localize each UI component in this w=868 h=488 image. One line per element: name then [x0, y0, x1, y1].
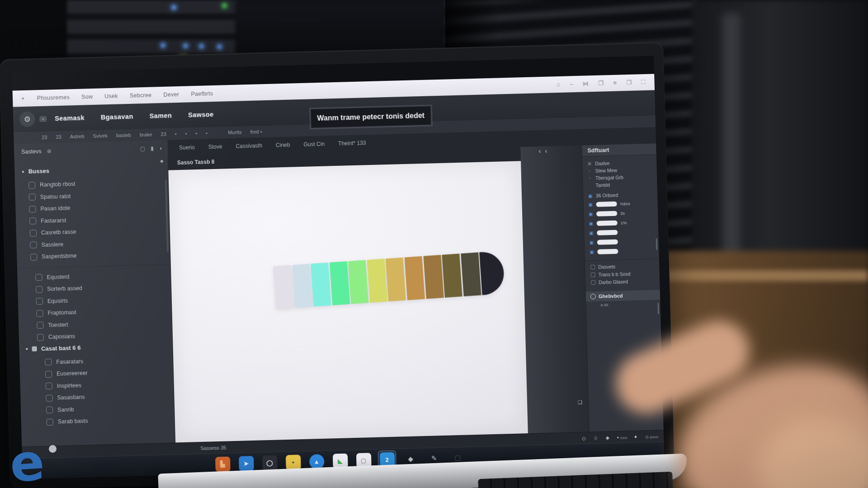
window-control-icon[interactable]: ❒ — [626, 79, 632, 86]
color-swatch[interactable] — [311, 263, 331, 306]
status-icon[interactable]: ♧ — [594, 435, 599, 441]
status-icon[interactable]: ◈ — [605, 435, 611, 441]
window-control-icon[interactable]: ⌂ — [557, 81, 561, 88]
layer-checkbox-icon[interactable] — [47, 418, 53, 425]
toolbar-item[interactable]: 23 — [56, 134, 61, 140]
toolbar-item[interactable]: • — [206, 130, 208, 136]
layer-checkbox-icon[interactable] — [29, 194, 36, 201]
color-swatch[interactable] — [404, 256, 425, 300]
document-tab[interactable]: Cineb — [270, 138, 296, 151]
toolbar-item[interactable]: 23 — [42, 135, 47, 140]
layer-checkbox-icon[interactable] — [36, 310, 43, 317]
toolbar-item[interactable]: Murtts — [228, 129, 242, 135]
layer-checkbox-icon[interactable] — [46, 407, 53, 413]
toolbar-item[interactable]: Svivek — [93, 133, 108, 139]
layer-thumbnail — [597, 249, 618, 254]
status-icon[interactable]: ⌂ tplsbst — [646, 433, 659, 439]
window-control-icon[interactable]: ≡ — [613, 80, 617, 87]
document-tab[interactable]: Stove — [202, 140, 228, 153]
inspector-scrollbar[interactable] — [656, 238, 658, 250]
layer-checkbox-icon[interactable] — [46, 394, 52, 401]
toolbar-item[interactable]: • — [175, 131, 177, 136]
color-swatch[interactable] — [273, 265, 293, 309]
document-tab[interactable]: Cassivasth — [230, 139, 268, 153]
layer-checkbox-icon[interactable] — [45, 359, 52, 366]
toolbar-item[interactable]: 23 — [160, 131, 166, 137]
window-control-icon[interactable]: ⋈ — [583, 80, 589, 87]
layer-checkbox-icon[interactable] — [30, 230, 37, 236]
menu-item[interactable]: Usek — [104, 93, 118, 100]
layer-checkbox-icon[interactable] — [35, 274, 42, 281]
window-control-icon[interactable]: ❐ — [598, 80, 604, 87]
document-tab[interactable]: Suerio — [173, 141, 201, 155]
color-swatch[interactable] — [461, 252, 481, 296]
property-row[interactable]: Darbo Glased — [585, 277, 660, 286]
layer-checkbox-icon[interactable] — [37, 334, 44, 341]
color-swatch[interactable] — [292, 264, 312, 308]
toolbar-item[interactable]: basteb — [116, 132, 131, 138]
color-swatch[interactable] — [348, 260, 368, 304]
document-tab[interactable]: Gust Cin — [297, 137, 330, 151]
panel-bar-icon[interactable]: ▮ — [151, 145, 154, 152]
group3-title-text: Casat bast 6 6 — [41, 344, 81, 352]
inspector-props: Dasvets Trans b b Sosd Darbo Glased — [585, 261, 660, 286]
back-chevron-icon[interactable]: ‹ — [545, 147, 547, 155]
layer-checkbox-icon[interactable] — [46, 383, 52, 389]
ribbon-menu-item[interactable]: Bgasavan — [101, 113, 133, 121]
layer-checkbox-icon[interactable] — [37, 322, 43, 328]
tree-label: Daslve — [595, 160, 609, 166]
panel-half-icon[interactable]: ◖ — [159, 145, 163, 151]
color-swatch[interactable] — [386, 258, 406, 301]
menu-item[interactable]: Paefbrts — [191, 90, 213, 97]
laptop-screen: ✦ PhsusremesSowUsekSebcreeDeverPaefbrts … — [12, 56, 665, 479]
layer-checkbox-icon[interactable] — [36, 298, 43, 305]
layer-checkbox-icon[interactable] — [30, 242, 37, 249]
brand-logo-letter: e — [9, 439, 66, 486]
inspector-scrollbar[interactable] — [657, 302, 659, 314]
layer-checkbox-icon[interactable] — [28, 182, 35, 188]
blue-cursor-app-icon[interactable]: ➤ — [237, 455, 255, 472]
window-control-icon[interactable]: – — [570, 80, 573, 88]
window-control-icon[interactable]: ⛶ — [641, 79, 646, 86]
status-icon[interactable]: ▪ bsbst — [617, 434, 627, 440]
toolbar-item[interactable]: Astreb — [70, 134, 85, 140]
layer-checkbox-icon[interactable] — [29, 218, 36, 225]
canvas-corner-icon[interactable]: ❏ — [578, 399, 582, 405]
color-swatch[interactable] — [330, 261, 350, 305]
layer-checkbox-icon[interactable] — [45, 371, 52, 377]
color-swatch[interactable] — [423, 255, 443, 299]
toolbar-item[interactable]: • — [195, 131, 197, 136]
toolbar-item[interactable]: • — [185, 131, 187, 136]
back-chevron-icon[interactable]: ‹ — [538, 147, 541, 155]
rack-led-light — [199, 44, 203, 48]
orange-app-icon[interactable]: ▙ — [214, 455, 231, 473]
layer-pill-row[interactable]: ▣ — [585, 245, 659, 257]
status-icon[interactable]: ✦ — [633, 434, 639, 440]
menu-item[interactable]: Sebcree — [130, 92, 152, 99]
add-icon[interactable]: ⊕ — [47, 148, 51, 154]
ribbon-menu-item[interactable]: Seamask — [55, 114, 85, 122]
color-swatch[interactable] — [442, 253, 462, 297]
toolbar-item[interactable]: fred • — [250, 129, 262, 135]
menu-item[interactable]: Sow — [81, 94, 93, 100]
gear-icon[interactable]: ⚙ — [19, 111, 35, 127]
layer-checkbox-icon[interactable] — [36, 286, 42, 293]
ribbon-menu-item[interactable]: Samen — [149, 112, 172, 119]
ribbon-menu-item[interactable]: Sawsoe — [188, 111, 214, 118]
canvas[interactable] — [168, 161, 528, 442]
ribbon-badge[interactable]: • — [39, 116, 47, 122]
document-tab[interactable]: Theint* 133 — [332, 136, 372, 150]
bullet-icon: ● — [22, 169, 24, 174]
rack-rail-highlight — [722, 14, 741, 276]
layer-checkbox-icon[interactable] — [29, 206, 36, 212]
panel-grid-icon[interactable]: ▢ — [140, 145, 146, 152]
layer-checkbox-icon[interactable] — [30, 253, 37, 260]
color-swatch[interactable] — [479, 251, 505, 295]
blue-layer-icon: ▣ — [589, 230, 594, 235]
color-swatch[interactable] — [367, 259, 387, 303]
blue-layer-icon: ▣ — [588, 202, 593, 207]
menu-item[interactable]: Dever — [163, 91, 179, 98]
toolbar-item[interactable]: brake — [140, 132, 152, 138]
menu-item[interactable]: Phsusremes — [37, 94, 70, 101]
status-icon[interactable]: ◇ — [582, 435, 587, 441]
